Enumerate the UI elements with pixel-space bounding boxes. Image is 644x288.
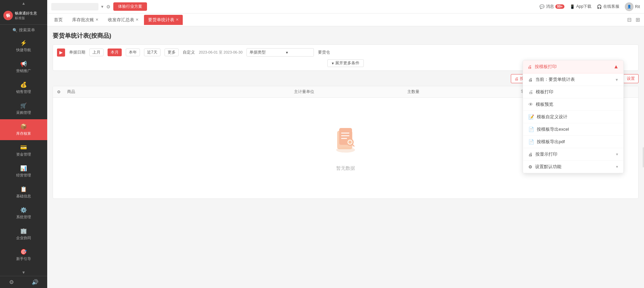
guide-icon: 🎯	[20, 249, 27, 255]
table-col-qty: 主数量	[407, 89, 521, 95]
sidebar-bottom: ⚙ 🔊	[0, 276, 47, 288]
date-btn-this-year[interactable]: 本年	[126, 49, 140, 56]
shortcut-icon: ⚡	[20, 40, 27, 46]
display-print-icon: 🖨	[528, 152, 533, 157]
tab-receipt-summary-close[interactable]: ✕	[136, 18, 139, 22]
enterprise-icon: 🏢	[20, 228, 27, 234]
current-item-icon: 🖨	[528, 77, 533, 82]
sidebar-item-marketing[interactable]: 📢 营销推广	[0, 57, 47, 77]
date-btn-7days[interactable]: 近7天	[144, 49, 160, 56]
tab-order-stats-close[interactable]: ✕	[176, 18, 179, 22]
template-pdf-icon: 📄	[528, 139, 534, 145]
search-icon: 🔍	[12, 28, 18, 33]
topbar-app-download[interactable]: 📱 App下载	[570, 4, 591, 9]
tab-order-stats[interactable]: 要货单统计表 ✕	[144, 15, 183, 25]
dropdown-template-design[interactable]: 📝 模板自定义设计	[523, 111, 623, 123]
page-title: 要货单统计表(按商品)	[53, 32, 639, 40]
topbar-dropdown-icon[interactable]: ▾	[101, 4, 104, 9]
basic-icon: 📋	[20, 186, 27, 192]
tabbar-controls: ⊟ ⊞	[626, 16, 641, 24]
content-area: 要货单统计表(按商品) ▶ 单据日期 上月 本月 本年 近7天 更多 自定义 2…	[47, 26, 644, 288]
tab-maximize-icon[interactable]: ⊞	[634, 16, 641, 24]
default-func-arrow: ▾	[616, 164, 618, 169]
download-icon: 📱	[570, 4, 575, 9]
display-print-arrow: ▾	[616, 152, 618, 157]
sidebar-search[interactable]: 🔍 搜索菜单	[0, 25, 47, 36]
svg-line-8	[352, 145, 354, 146]
date-btn-more[interactable]: 更多	[165, 49, 179, 56]
marketing-icon: 📢	[20, 61, 27, 67]
expand-more-btn[interactable]: ▾ 展开更多条件	[327, 59, 364, 67]
scroll-indicator	[643, 147, 644, 167]
system-icon: ⚙️	[20, 207, 27, 213]
topbar-message[interactable]: 💬 消息 99+	[539, 4, 564, 9]
sidebar-item-inventory[interactable]: 📦 库存核算	[0, 119, 47, 140]
logo-icon: 畅	[3, 11, 13, 20]
sidebar-item-enterprise[interactable]: 🏢 企业协同	[0, 224, 47, 245]
type-select-arrow: ▾	[286, 50, 288, 55]
topbar-right: 💬 消息 99+ 📱 App下载 🎧 在线客服 👤 Rit	[539, 2, 640, 11]
logo-text: 畅康通好生意 标准版	[15, 11, 37, 20]
topbar-promo-button[interactable]: 体验行业方案	[113, 2, 147, 11]
topbar: ▾ ⚙ 体验行业方案 💬 消息 99+ 📱 App下载 🎧 在线客服 👤 Rit	[47, 0, 644, 13]
inventory-icon: 📦	[20, 123, 27, 130]
user-avatar: 👤	[625, 2, 634, 11]
sidebar-item-appstore[interactable]: 🔲 应用中心	[0, 265, 47, 269]
sales-icon: 💰	[20, 82, 27, 88]
sidebar-item-sales[interactable]: 💰 销售管理	[0, 77, 47, 98]
sidebar-scroll-up[interactable]: ▲	[0, 0, 47, 7]
tab-inventory-batch-close[interactable]: ✕	[95, 18, 98, 22]
sidebar: ▲ 畅 畅康通好生意 标准版 🔍 搜索菜单 ⚡ 快捷导航 📢 营销推广 💰 销售…	[0, 0, 47, 288]
sidebar-scroll-down[interactable]: ▼	[0, 269, 47, 276]
empty-icon	[330, 125, 361, 161]
filter-expand-arrow[interactable]: ▶	[57, 49, 65, 57]
dropdown-display-print[interactable]: 🖨 按显示打印 ▾	[523, 148, 623, 161]
template-design-icon: 📝	[528, 114, 534, 120]
finance-icon: 💳	[20, 144, 27, 151]
topbar-search-input[interactable]	[51, 3, 98, 10]
dropdown-default-func[interactable]: ⚙ 设置默认功能 ▾	[523, 161, 623, 173]
sound-bottom-icon[interactable]: 🔊	[32, 279, 38, 285]
sidebar-item-finance[interactable]: 💳 资金管理	[0, 140, 47, 161]
sidebar-item-basic[interactable]: 📋 基础信息	[0, 182, 47, 203]
table-col-unit: 主计量单位	[294, 89, 407, 95]
settings-bottom-icon[interactable]: ⚙	[9, 279, 14, 285]
sidebar-item-guide[interactable]: 🎯 新手引导	[0, 245, 47, 265]
date-btn-this-month[interactable]: 本月	[108, 49, 122, 56]
purchase-icon: 🛒	[20, 102, 27, 109]
tab-home[interactable]: 首页	[50, 15, 67, 25]
dropdown-template-print[interactable]: 🖨 模板打印	[523, 86, 623, 98]
type-select[interactable]: 单据类型 ▾	[246, 48, 314, 57]
dropdown-template-preview[interactable]: 👁 模板预览	[523, 98, 623, 111]
date-btn-last-month[interactable]: 上月	[89, 49, 104, 56]
tab-receipt-summary[interactable]: 收发存汇总表 ✕	[104, 15, 143, 25]
date-label: 单据日期	[69, 50, 85, 55]
sidebar-item-purchase[interactable]: 🛒 采购管理	[0, 98, 47, 119]
tab-minimize-icon[interactable]: ⊟	[626, 16, 633, 24]
sidebar-nav: ⚡ 快捷导航 📢 营销推广 💰 销售管理 🛒 采购管理 📦 库存核算 💳 资金管…	[0, 36, 47, 269]
date-range-display: 2023-06-01 至 2023-06-30	[199, 50, 243, 55]
tab-inventory-batch[interactable]: 库存批次账 ✕	[68, 15, 103, 25]
topbar-settings-icon[interactable]: ⚙	[106, 4, 111, 9]
dropdown-print-icon: 🖨	[528, 64, 532, 69]
default-func-icon: ⚙	[528, 164, 532, 169]
print-icon: 🖨	[515, 76, 519, 81]
dropdown-current-item[interactable]: 🖨 当前：要货单统计表 ▾	[523, 73, 623, 86]
service-icon: 🎧	[597, 4, 602, 9]
filter-row: ▶ 单据日期 上月 本月 本年 近7天 更多 自定义 2023-06-01 至 …	[57, 48, 634, 57]
sidebar-item-operation[interactable]: 📊 经营管理	[0, 161, 47, 182]
dropdown-template-pdf[interactable]: 📄 按模板导出pdf	[523, 136, 623, 148]
message-icon: 💬	[539, 4, 545, 9]
table-col-product: 商品	[67, 89, 294, 95]
sidebar-item-shortcut[interactable]: ⚡ 快捷导航	[0, 36, 47, 57]
dropdown-template-excel[interactable]: 📄 按模板导出excel	[523, 123, 623, 136]
topbar-online-service[interactable]: 🎧 在线客服	[597, 4, 619, 9]
sidebar-item-system[interactable]: ⚙️ 系统管理	[0, 203, 47, 224]
table-col-settings[interactable]: ⚙	[57, 90, 67, 94]
empty-text: 暂无数据	[336, 165, 355, 171]
topbar-user[interactable]: 👤 Rit	[625, 2, 640, 11]
settings-btn[interactable]: 设置	[623, 74, 639, 83]
dropdown-close-btn[interactable]: ▲	[613, 64, 619, 70]
template-excel-icon: 📄	[528, 127, 534, 132]
template-preview-icon: 👁	[528, 102, 533, 107]
